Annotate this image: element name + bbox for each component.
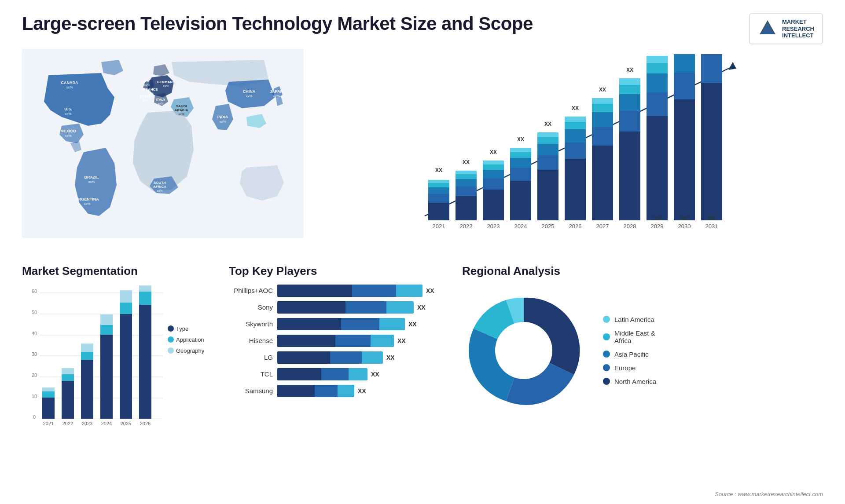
svg-rect-127 <box>62 374 74 381</box>
svg-text:2021: 2021 <box>433 223 445 230</box>
svg-text:ARABIA: ARABIA <box>174 108 188 112</box>
svg-text:2030: 2030 <box>678 223 691 230</box>
legend-item-europe: Europe <box>603 364 656 372</box>
legend-item-mea: Middle East &Africa <box>603 329 656 344</box>
bar-chart-svg: XX XX XX XX <box>317 53 823 238</box>
svg-rect-38 <box>428 194 449 203</box>
bar-seg2 <box>352 285 396 297</box>
svg-text:XX: XX <box>517 136 524 142</box>
map-section: CANADA xx% U.S. xx% MEXICO xx% BRAZIL xx… <box>22 49 304 256</box>
player-name: Hisense <box>229 337 273 344</box>
logo-text: MARKET RESEARCH INTELLECT <box>782 18 814 39</box>
svg-rect-123 <box>42 398 55 419</box>
svg-text:xx%: xx% <box>142 99 148 102</box>
player-value: XX <box>386 354 395 361</box>
player-value: XX <box>426 287 434 294</box>
source-area: Source : www.marketresearchintellect.com <box>715 490 823 498</box>
svg-text:Geography: Geography <box>176 347 205 354</box>
player-value: XX <box>408 321 417 328</box>
svg-text:xx%: xx% <box>163 84 169 88</box>
bar-seg1 <box>277 318 341 330</box>
svg-rect-138 <box>139 305 151 419</box>
svg-rect-53 <box>483 161 504 164</box>
player-bar <box>277 318 405 330</box>
legend-label: Middle East &Africa <box>614 329 655 344</box>
svg-rect-137 <box>120 290 132 303</box>
svg-rect-130 <box>81 352 93 360</box>
svg-rect-93 <box>701 83 722 220</box>
svg-rect-131 <box>81 343 93 352</box>
svg-text:2026: 2026 <box>569 223 582 230</box>
bar-seg3 <box>379 318 405 330</box>
player-bar <box>277 351 383 364</box>
svg-rect-55 <box>510 181 531 220</box>
svg-text:2023: 2023 <box>82 421 92 426</box>
player-bar-container: XX <box>277 368 449 380</box>
bar-seg2 <box>335 335 371 347</box>
svg-rect-46 <box>456 174 477 179</box>
player-bar <box>277 335 394 347</box>
svg-text:2028: 2028 <box>624 223 636 230</box>
svg-rect-92 <box>674 54 695 73</box>
svg-rect-57 <box>510 158 531 168</box>
svg-text:FRANCE: FRANCE <box>143 88 158 91</box>
svg-text:xx%: xx% <box>84 202 90 206</box>
svg-rect-91 <box>674 73 695 99</box>
player-row-tcl: TCL XX <box>229 368 449 380</box>
legend-dot <box>603 378 610 385</box>
svg-rect-80 <box>619 111 640 131</box>
svg-rect-37 <box>428 203 449 220</box>
svg-point-153 <box>495 322 552 379</box>
player-row-sony: Sony XX <box>229 301 449 314</box>
player-name: Skyworth <box>229 320 273 328</box>
world-map-svg: CANADA xx% U.S. xx% MEXICO xx% BRAZIL xx… <box>22 49 304 238</box>
segmentation-section: Market Segmentation 0 10 20 30 40 50 60 <box>22 264 216 497</box>
svg-rect-75 <box>592 112 613 127</box>
player-value: XX <box>371 371 379 378</box>
svg-rect-69 <box>565 129 586 142</box>
svg-text:JAPAN: JAPAN <box>270 89 283 94</box>
svg-rect-44 <box>456 186 477 196</box>
player-name: TCL <box>229 370 273 378</box>
svg-rect-76 <box>592 104 613 112</box>
svg-rect-126 <box>62 381 74 419</box>
svg-rect-139 <box>139 292 151 305</box>
svg-text:2029: 2029 <box>651 223 664 230</box>
svg-rect-88 <box>647 63 668 73</box>
bar-seg3 <box>338 385 354 397</box>
svg-marker-36 <box>728 62 736 70</box>
svg-rect-133 <box>100 325 113 335</box>
legend-item-apac: Asia Pacific <box>603 351 656 358</box>
svg-text:ITALY: ITALY <box>156 98 165 102</box>
svg-text:GERMANY: GERMANY <box>157 80 176 84</box>
bar-seg1 <box>277 385 315 397</box>
bar-seg3 <box>349 368 367 380</box>
svg-text:XX: XX <box>681 215 688 222</box>
svg-rect-86 <box>647 92 668 116</box>
player-row-lg: LG XX <box>229 351 449 364</box>
header: Large-screen Television Technology Marke… <box>0 0 845 49</box>
svg-text:2024: 2024 <box>514 223 527 230</box>
svg-text:AFRICA: AFRICA <box>153 185 166 189</box>
svg-rect-71 <box>565 117 586 122</box>
legend-label: North America <box>614 378 656 385</box>
svg-rect-45 <box>456 179 477 186</box>
svg-text:xx%: xx% <box>88 180 95 184</box>
svg-rect-89 <box>647 56 668 63</box>
svg-rect-64 <box>537 137 558 144</box>
svg-text:2021: 2021 <box>43 421 54 426</box>
svg-text:SPAIN: SPAIN <box>140 94 151 98</box>
svg-text:2027: 2027 <box>596 223 609 230</box>
svg-text:2025: 2025 <box>121 421 131 426</box>
svg-rect-74 <box>592 127 613 146</box>
bar-seg2 <box>341 318 379 330</box>
legend-dot <box>603 364 610 371</box>
svg-text:XX: XX <box>435 167 442 173</box>
svg-text:XX: XX <box>708 215 715 222</box>
players-chart: Phillips+AOC XX Sony <box>229 285 449 397</box>
map-container: CANADA xx% U.S. xx% MEXICO xx% BRAZIL xx… <box>22 49 304 247</box>
svg-text:xx%: xx% <box>144 84 150 87</box>
player-value: XX <box>417 304 426 311</box>
svg-rect-62 <box>537 155 558 170</box>
svg-rect-73 <box>592 146 613 220</box>
